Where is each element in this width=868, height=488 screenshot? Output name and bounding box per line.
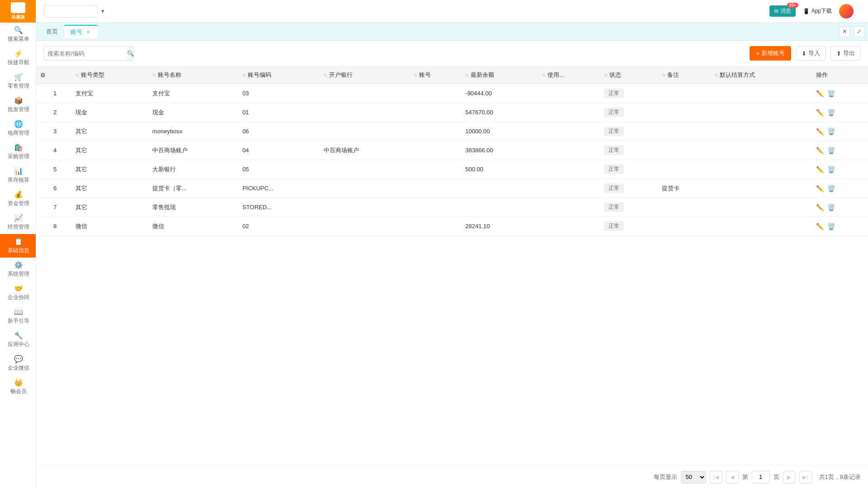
sidebar-item-ops[interactable]: 📈 经营管理 <box>0 211 36 234</box>
message-button[interactable]: ✉ 消息 99+ <box>769 5 796 17</box>
col-name[interactable]: ⇅账号名称 <box>149 66 239 84</box>
row-status: 正常 <box>600 217 658 236</box>
col-usage[interactable]: ⇅使用... <box>538 66 600 84</box>
table-row: 2 现金 现金 01 547670.00 正常 ✏️ 🗑️ <box>36 103 868 122</box>
sidebar-item-label: 新手引导 <box>8 317 29 325</box>
row-gear <box>36 198 50 217</box>
tab-close-all-button[interactable]: ✕ <box>839 26 850 37</box>
col-balance[interactable]: ⇅最新余额 <box>462 66 538 84</box>
sidebar-item-wechat[interactable]: 💬 企业微信 <box>0 352 36 375</box>
page-number-input[interactable] <box>752 471 770 483</box>
row-type: 其它 <box>72 179 149 198</box>
row-index: 6 <box>50 179 72 198</box>
sidebar-item-search-menu[interactable]: 🔍 搜索菜单 <box>0 23 36 46</box>
tab-home[interactable]: 首页 <box>40 25 64 38</box>
account-tab-label: 账号 <box>71 28 82 36</box>
row-account <box>410 122 462 141</box>
delete-button[interactable]: 🗑️ <box>827 166 835 173</box>
sidebar-item-guide[interactable]: 📖 新手引导 <box>0 305 36 328</box>
finance-icon: 💰 <box>14 190 23 199</box>
row-note <box>658 198 711 217</box>
row-actions: ✏️ 🗑️ <box>812 103 868 122</box>
page-size-select[interactable]: 50 100 200 <box>681 471 706 483</box>
sidebar-item-label: 畅会员 <box>10 388 27 395</box>
table-row: 5 其它 大新银行 05 500.00 正常 ✏️ 🗑️ <box>36 160 868 179</box>
app-download-button[interactable]: 📱 App下载 <box>803 7 832 15</box>
sidebar-item-quick-nav[interactable]: ⚡ 快捷导航 <box>0 46 36 70</box>
delete-button[interactable]: 🗑️ <box>827 109 835 116</box>
delete-button[interactable]: 🗑️ <box>827 90 835 97</box>
col-settlement[interactable]: ⇅默认结算方式 <box>711 66 812 84</box>
search-input[interactable] <box>44 50 127 57</box>
delete-button[interactable]: 🗑️ <box>827 147 835 154</box>
search-button[interactable]: 🔍 <box>127 46 134 61</box>
import-icon: ⬇ <box>802 50 807 57</box>
tab-account[interactable]: 账号 × <box>64 25 98 38</box>
header-search-input[interactable] <box>43 5 98 18</box>
sidebar-item-wholesale[interactable]: 📦 批发管理 <box>0 93 36 117</box>
logo-text: 乐惠版 <box>11 14 25 20</box>
sidebar-item-vip[interactable]: 👑 畅会员 <box>0 375 36 399</box>
prev-page-button[interactable]: ◀ <box>726 471 739 483</box>
edit-button[interactable]: ✏️ <box>816 223 824 230</box>
edit-button[interactable]: ✏️ <box>816 166 824 173</box>
sidebar-item-inventory[interactable]: 📊 库存核算 <box>0 164 36 187</box>
export-button[interactable]: ⬆ 导出 <box>830 46 861 61</box>
last-page-button[interactable]: ▶| <box>799 471 812 483</box>
col-gear[interactable]: ⚙ <box>36 66 50 84</box>
home-tab-label: 首页 <box>46 28 58 36</box>
sidebar-item-ecommerce[interactable]: 🌐 电商管理 <box>0 117 36 140</box>
col-bank[interactable]: ⇅开户银行 <box>320 66 410 84</box>
col-type[interactable]: ⇅账号类型 <box>72 66 149 84</box>
first-page-button[interactable]: |◀ <box>710 471 722 483</box>
edit-button[interactable]: ✏️ <box>816 90 824 97</box>
page-size-label: 每页显示 <box>654 473 677 481</box>
sidebar-item-retail[interactable]: 🛒 零售管理 <box>0 70 36 93</box>
row-code: 04 <box>239 141 320 160</box>
edit-button[interactable]: ✏️ <box>816 185 824 192</box>
row-account <box>410 141 462 160</box>
page-to-label: 页 <box>774 473 779 481</box>
header-dropdown[interactable]: ▾ <box>101 8 104 14</box>
edit-button[interactable]: ✏️ <box>816 109 824 116</box>
edit-button[interactable]: ✏️ <box>816 204 824 211</box>
sidebar-item-purchase[interactable]: 🛍️ 采购管理 <box>0 140 36 164</box>
tab-expand-button[interactable]: ⤢ <box>854 26 864 37</box>
sidebar-item-basic-info[interactable]: 📋 基础信息 <box>0 234 36 258</box>
next-page-button[interactable]: ▶ <box>783 471 796 483</box>
row-name: 微信 <box>149 217 239 236</box>
col-code[interactable]: ⇅账号编码 <box>239 66 320 84</box>
sidebar-item-app-center[interactable]: 🔧 应用中心 <box>0 328 36 352</box>
edit-button[interactable]: ✏️ <box>816 128 824 135</box>
import-button[interactable]: ⬇ 导入 <box>796 46 826 61</box>
delete-button[interactable]: 🗑️ <box>827 185 835 192</box>
row-type: 微信 <box>72 217 149 236</box>
vip-icon: 👑 <box>14 378 23 387</box>
add-account-button[interactable]: + 新增账号 <box>750 46 791 61</box>
sidebar-item-label: 批发管理 <box>8 106 29 113</box>
sidebar-item-finance[interactable]: 💰 资金管理 <box>0 187 36 211</box>
dropdown-arrow-icon: ▾ <box>101 8 104 14</box>
row-name: moneybosx <box>149 122 239 141</box>
sidebar-item-enterprise[interactable]: 🤝 企业协同 <box>0 281 36 305</box>
col-status[interactable]: ⇅状态 <box>600 66 658 84</box>
wechat-icon: 💬 <box>14 355 23 363</box>
sidebar-item-sys[interactable]: ⚙️ 系统管理 <box>0 258 36 281</box>
col-account[interactable]: ⇅账号 <box>410 66 462 84</box>
tab-close-button[interactable]: × <box>85 29 91 35</box>
delete-button[interactable]: 🗑️ <box>827 128 835 135</box>
row-usage <box>538 103 600 122</box>
sidebar-item-label: 采购管理 <box>8 153 29 160</box>
delete-button[interactable]: 🗑️ <box>827 223 835 230</box>
delete-button[interactable]: 🗑️ <box>827 204 835 211</box>
row-index: 5 <box>50 160 72 179</box>
col-note[interactable]: ⇅备注 <box>658 66 711 84</box>
row-index: 3 <box>50 122 72 141</box>
row-balance: 28241.10 <box>462 217 538 236</box>
edit-button[interactable]: ✏️ <box>816 147 824 154</box>
row-usage <box>538 198 600 217</box>
pagination-bar: 每页显示 50 100 200 |◀ ◀ 第 页 ▶ ▶| 共1页，8条记录 <box>36 465 868 488</box>
avatar[interactable] <box>839 4 854 19</box>
row-bank: 中百商场账户 <box>320 141 410 160</box>
guide-icon: 📖 <box>14 308 23 316</box>
